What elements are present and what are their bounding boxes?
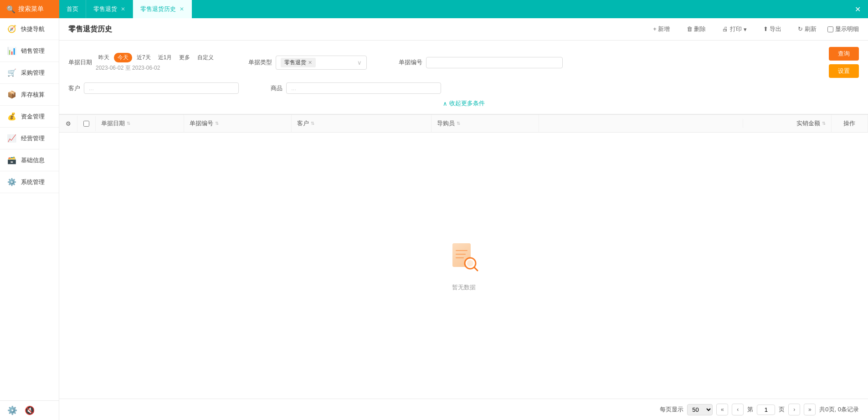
goods-label: 商品 bbox=[271, 84, 282, 92]
bill-number-input[interactable] bbox=[426, 57, 563, 68]
date-shortcuts: 昨天 今天 近7天 近1月 更多 自定义 bbox=[96, 53, 216, 62]
query-button[interactable]: 查询 bbox=[829, 47, 859, 61]
setting-button[interactable]: 设置 bbox=[829, 64, 859, 78]
settings-bottom-icon[interactable]: ⚙️ bbox=[7, 405, 17, 415]
filter-area: 单据日期 昨天 今天 近7天 近1月 更多 自定义 2023-06-02 至 2… bbox=[59, 41, 868, 114]
tab-retail-return-history[interactable]: 零售退货历史 ✕ bbox=[133, 0, 192, 18]
print-label: 🖨 打印 bbox=[722, 25, 742, 33]
query-label: 查询 bbox=[838, 50, 850, 57]
refresh-button[interactable]: ↻ 刷新 bbox=[792, 23, 822, 36]
date-btn-7days[interactable]: 近7天 bbox=[134, 53, 154, 62]
search-icon: 🔍 bbox=[6, 5, 15, 14]
sidebar-item-sales[interactable]: 📊 销售管理 bbox=[0, 40, 59, 62]
date-btn-yesterday[interactable]: 昨天 bbox=[96, 53, 112, 62]
th-settings[interactable]: ⚙ bbox=[59, 116, 77, 132]
total-info: 共0页, 0条记录 bbox=[819, 405, 859, 414]
sidebar-item-system[interactable]: ⚙️ 系统管理 bbox=[0, 171, 59, 193]
th-date-label: 单据日期 bbox=[101, 119, 125, 128]
sidebar-item-quicknav[interactable]: 🧭 快捷导航 bbox=[0, 18, 59, 40]
th-amount-label: 实销金额 bbox=[796, 119, 820, 128]
empty-state-text: 暂无数据 bbox=[452, 283, 476, 292]
sidebar-item-purchase[interactable]: 🛒 采购管理 bbox=[0, 62, 59, 84]
th-amount-sort-icon[interactable]: ⇅ bbox=[822, 121, 826, 126]
search-menu-btn[interactable]: 🔍 搜索菜单 bbox=[0, 0, 59, 18]
bill-type-value: 零售退货 bbox=[284, 59, 306, 67]
delete-button[interactable]: 🗑 删除 bbox=[681, 23, 712, 36]
goods-filter-item: 商品 bbox=[271, 82, 441, 94]
first-page-btn[interactable]: « bbox=[716, 404, 728, 415]
th-bill: 单据编号 ⇅ bbox=[184, 115, 292, 132]
th-guide-sort-icon[interactable]: ⇅ bbox=[457, 121, 460, 126]
bill-type-remove-icon[interactable]: ✕ bbox=[308, 60, 312, 66]
sidebar-item-purchase-label: 采购管理 bbox=[21, 69, 45, 77]
bill-number-filter-item: 单据编号 bbox=[399, 57, 563, 68]
main-layout: 🧭 快捷导航 📊 销售管理 🛒 采购管理 📦 库存核算 💰 资金管理 📈 经营管… bbox=[0, 18, 868, 420]
page-size-label: 每页显示 bbox=[660, 405, 683, 414]
date-btn-custom[interactable]: 自定义 bbox=[195, 53, 216, 62]
page-title: 零售退货历史 bbox=[68, 25, 112, 34]
display-switch-checkbox[interactable] bbox=[827, 26, 833, 32]
next-page-btn[interactable]: › bbox=[788, 404, 800, 415]
goods-input[interactable] bbox=[286, 82, 441, 94]
print-button[interactable]: 🖨 打印 ▾ bbox=[717, 23, 752, 36]
select-all-checkbox[interactable] bbox=[83, 121, 89, 127]
page-header: 零售退货历史 + 新增 🗑 删除 🖨 打印 ▾ ⬆ 导出 ↻ 刷新 bbox=[59, 18, 868, 41]
table-area: ⚙ 单据日期 ⇅ 单据编号 ⇅ 客户 ⇅ 导购员 bbox=[59, 114, 868, 399]
collapse-button[interactable]: ∧ 收起更多条件 bbox=[443, 99, 485, 108]
sidebar-item-inventory[interactable]: 📦 库存核算 bbox=[0, 84, 59, 106]
tabs-container: 首页 零售退货 ✕ 零售退货历史 ✕ bbox=[59, 0, 192, 18]
add-button[interactable]: + 新增 bbox=[647, 23, 675, 36]
bill-number-label: 单据编号 bbox=[399, 58, 422, 67]
svg-point-4 bbox=[467, 260, 473, 266]
filter-row-2: 客户 商品 bbox=[68, 82, 859, 94]
page-number-input[interactable] bbox=[757, 405, 775, 415]
collapse-icon: ∧ bbox=[443, 100, 447, 107]
sidebar-item-basic-info[interactable]: 🗃️ 基础信息 bbox=[0, 149, 59, 171]
tab-home[interactable]: 首页 bbox=[59, 0, 86, 18]
tab-retail-return-close[interactable]: ✕ bbox=[121, 6, 125, 12]
date-btn-1month[interactable]: 近1月 bbox=[155, 53, 175, 62]
bill-type-select[interactable]: 零售退货 ✕ ∨ bbox=[276, 56, 367, 70]
prev-page-btn[interactable]: ‹ bbox=[732, 404, 744, 415]
bill-type-label: 单据类型 bbox=[248, 58, 272, 67]
th-spacer bbox=[539, 119, 743, 128]
settings-gear-icon: ⚙ bbox=[66, 120, 71, 127]
window-close-btn[interactable]: ✕ bbox=[847, 5, 868, 14]
mute-icon[interactable]: 🔇 bbox=[25, 405, 35, 415]
operations-icon: 📈 bbox=[7, 134, 16, 143]
tab-retail-return-history-close[interactable]: ✕ bbox=[180, 6, 184, 12]
display-switch[interactable]: 显示明细 bbox=[827, 25, 859, 33]
tab-retail-return[interactable]: 零售退货 ✕ bbox=[86, 0, 133, 18]
th-date-sort-icon[interactable]: ⇅ bbox=[127, 121, 130, 126]
th-customer: 客户 ⇅ bbox=[292, 115, 431, 132]
setting-label: 设置 bbox=[838, 67, 850, 74]
th-amount: 实销金额 ⇅ bbox=[743, 115, 832, 132]
page-size-select[interactable]: 50 10 20 100 bbox=[687, 404, 713, 415]
export-label: ⬆ 导出 bbox=[763, 25, 782, 33]
purchase-icon: 🛒 bbox=[7, 68, 16, 77]
action-buttons: 查询 设置 bbox=[829, 47, 859, 78]
date-btn-more[interactable]: 更多 bbox=[176, 53, 193, 62]
export-button[interactable]: ⬆ 导出 bbox=[758, 23, 787, 36]
sidebar-item-inventory-label: 库存核算 bbox=[21, 91, 45, 99]
th-bill-sort-icon[interactable]: ⇅ bbox=[215, 121, 219, 126]
th-checkbox[interactable] bbox=[77, 116, 96, 131]
inventory-icon: 📦 bbox=[7, 90, 16, 99]
header-actions: + 新增 🗑 删除 🖨 打印 ▾ ⬆ 导出 ↻ 刷新 显示明细 bbox=[647, 23, 859, 36]
sidebar-bottom: ⚙️ 🔇 bbox=[0, 400, 59, 420]
print-dropdown-icon: ▾ bbox=[744, 26, 747, 33]
collapse-label: 收起更多条件 bbox=[449, 99, 485, 108]
date-btn-today[interactable]: 今天 bbox=[114, 53, 132, 62]
customer-input[interactable] bbox=[84, 82, 239, 94]
sidebar-item-finance[interactable]: 💰 资金管理 bbox=[0, 106, 59, 128]
th-date: 单据日期 ⇅ bbox=[96, 115, 184, 132]
svg-line-3 bbox=[474, 267, 478, 271]
th-customer-sort-icon[interactable]: ⇅ bbox=[311, 121, 314, 126]
th-action: 操作 bbox=[832, 115, 868, 132]
last-page-btn[interactable]: » bbox=[804, 404, 816, 415]
bill-type-dropdown-icon: ∨ bbox=[357, 59, 362, 66]
sidebar-item-finance-label: 资金管理 bbox=[21, 113, 45, 121]
sidebar-item-operations[interactable]: 📈 经营管理 bbox=[0, 128, 59, 149]
filter-row-1: 单据日期 昨天 今天 近7天 近1月 更多 自定义 2023-06-02 至 2… bbox=[68, 47, 859, 78]
sales-icon: 📊 bbox=[7, 46, 16, 55]
